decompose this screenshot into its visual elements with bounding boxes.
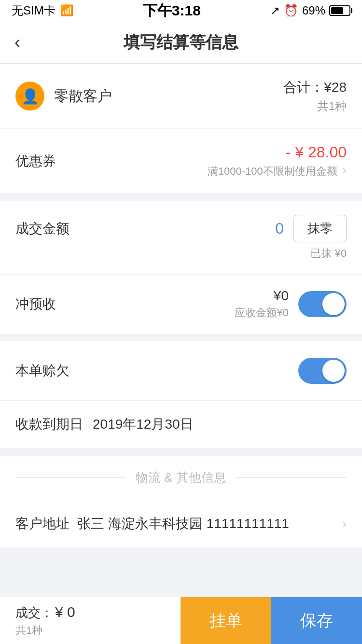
prepayment-sub: 应收金额¥0 [235, 306, 289, 320]
logistics-divider: 物流 & 其他信息 [0, 456, 362, 500]
bottom-count: 共1种 [15, 623, 165, 638]
transaction-label: 成交金额 [15, 220, 70, 238]
prepayment-toggle[interactable] [298, 291, 347, 317]
toggle-knob [322, 293, 345, 315]
debt-toggle-knob [322, 360, 345, 382]
logistics-label: 物流 & 其他信息 [136, 469, 226, 486]
transaction-section: 成交金额 0 抹零 已抹 ¥0 冲预收 ¥0 应收金额¥0 [0, 201, 362, 334]
total-count: 共1种 [283, 98, 347, 114]
transaction-sub: 已抹 ¥0 [15, 246, 347, 261]
customer-right: 合计：¥28 共1种 [283, 78, 347, 114]
alarm-icon: ⏰ [284, 4, 298, 17]
carrier-text: 无SIM卡 [12, 3, 56, 18]
status-left: 无SIM卡 📶 [12, 3, 73, 18]
coupon-desc: 满1000-100不限制使用金额 [208, 164, 337, 179]
customer-row: 👤 零散客户 合计：¥28 共1种 [0, 64, 362, 128]
transaction-value[interactable]: 0 [275, 220, 284, 238]
prepayment-amounts: ¥0 应收金额¥0 [235, 288, 289, 320]
page-title: 填写结算等信息 [124, 31, 238, 54]
prepayment-label: 冲预收 [15, 295, 56, 313]
location-icon: ↗ [270, 4, 280, 17]
debt-row: 本单赊欠 [0, 341, 362, 400]
coupon-label: 优惠券 [15, 152, 56, 170]
coupon-chevron-icon: › [342, 162, 347, 178]
hang-button[interactable]: 挂单 [181, 597, 271, 644]
prepayment-right: ¥0 应收金额¥0 [235, 288, 347, 320]
battery-icon [329, 5, 350, 16]
back-button[interactable]: ‹ [14, 32, 20, 53]
duedate-label: 收款到期日 [15, 415, 83, 434]
logistics-section: 物流 & 其他信息 客户地址 张三 海淀永丰科技园 11111111111 › [0, 456, 362, 547]
address-row[interactable]: 客户地址 张三 海淀永丰科技园 11111111111 › [0, 500, 362, 547]
coupon-right: - ¥ 28.00 满1000-100不限制使用金额 › [208, 143, 347, 179]
address-label: 客户地址 [15, 515, 70, 533]
prepayment-row: 冲预收 ¥0 应收金额¥0 [0, 274, 362, 334]
transaction-row: 成交金额 0 抹零 已抹 ¥0 [0, 201, 362, 274]
avatar: 👤 [15, 82, 44, 111]
status-right: ↗ ⏰ 69% [270, 4, 350, 17]
customer-section: 👤 零散客户 合计：¥28 共1种 优惠券 - ¥ 28.00 满1000-10… [0, 64, 362, 193]
wifi-icon: 📶 [60, 4, 73, 17]
battery-text: 69% [302, 4, 325, 17]
avatar-icon: 👤 [21, 88, 39, 105]
deal-label: 成交： [15, 604, 53, 621]
address-value: 张三 海淀永丰科技园 11111111111 [70, 515, 337, 533]
save-button-label: 保存 [300, 610, 333, 632]
status-bar: 无SIM卡 📶 下午3:18 ↗ ⏰ 69% [0, 0, 362, 21]
customer-name: 零散客户 [54, 86, 112, 106]
duedate-row: 收款到期日 2019年12月30日 [0, 400, 362, 448]
hang-button-label: 挂单 [209, 610, 242, 632]
address-chevron-icon: › [342, 516, 347, 532]
debt-section: 本单赊欠 收款到期日 2019年12月30日 [0, 341, 362, 448]
transaction-top: 成交金额 0 抹零 [15, 215, 347, 242]
duedate-value: 2019年12月30日 [93, 415, 194, 434]
coupon-row[interactable]: 优惠券 - ¥ 28.00 满1000-100不限制使用金额 › [0, 128, 362, 193]
prepayment-amount: ¥0 [235, 288, 289, 304]
status-time: 下午3:18 [143, 1, 201, 21]
total-amount: 合计：¥28 [283, 78, 347, 97]
customer-left: 👤 零散客户 [15, 82, 112, 111]
round-button[interactable]: 抹零 [293, 215, 347, 242]
main-content: 👤 零散客户 合计：¥28 共1种 优惠券 - ¥ 28.00 满1000-10… [0, 64, 362, 602]
debt-label: 本单赊欠 [15, 362, 70, 380]
coupon-amount: - ¥ 28.00 [208, 143, 347, 161]
save-button[interactable]: 保存 [271, 597, 362, 644]
bottom-bar: 成交： ¥ 0 共1种 挂单 保存 [0, 597, 362, 644]
bottom-summary: 成交： ¥ 0 共1种 [0, 604, 181, 638]
nav-bar: ‹ 填写结算等信息 [0, 21, 362, 64]
debt-toggle[interactable] [298, 358, 347, 384]
bottom-amount: ¥ 0 [55, 604, 75, 620]
